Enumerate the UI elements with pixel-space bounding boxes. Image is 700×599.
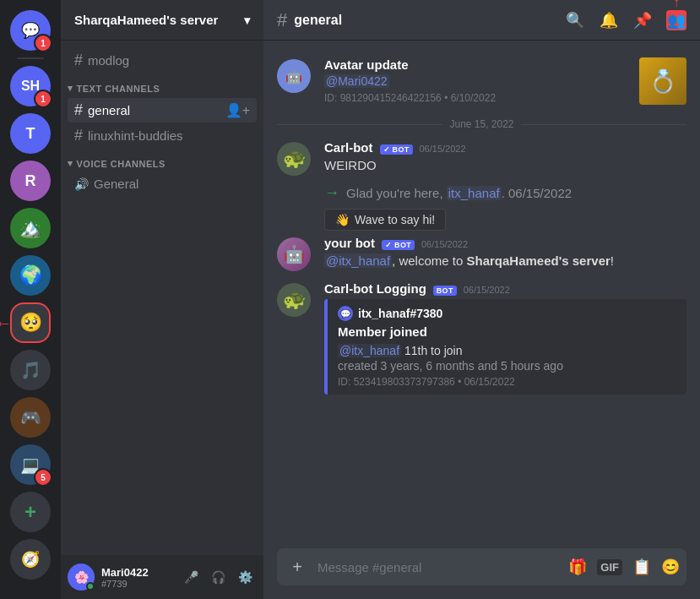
- msg-header-carlbot-logging: Carl-bot Logging BOT 06/15/2022: [324, 281, 686, 296]
- topbar-hash-icon: #: [277, 9, 287, 31]
- category-collapse-icon: ▾: [68, 83, 73, 94]
- msg-text-carlbot-1: WEIRDO: [324, 156, 686, 174]
- channel-item-general[interactable]: # general 👤+: [68, 98, 257, 123]
- mention-itx: itx_hanaf: [447, 186, 502, 200]
- server-icon-explore[interactable]: 🧭: [10, 539, 51, 580]
- embed-text2: created 3 years, 6 months and 5 hours ag…: [338, 359, 676, 373]
- channel-hash-icon: #: [74, 52, 83, 69]
- messages-area[interactable]: 🤖 Avatar update @Mari0422 ID: 9812904152…: [263, 41, 700, 548]
- msg-timestamp-yourbot: 06/15/2022: [421, 239, 468, 249]
- message-group-yourbot: 🤖 your bot ✓ BOT 06/15/2022 @itx_hanaf, …: [263, 232, 700, 275]
- msg-author-carlbot-1: Carl-bot: [324, 140, 373, 155]
- voice-category-collapse-icon: ▾: [68, 158, 73, 169]
- red-arrow: ←: [0, 313, 12, 333]
- server-icon-gaming[interactable]: 🎮: [10, 397, 51, 438]
- gift-icon[interactable]: 🎁: [568, 558, 587, 576]
- sticker-icon[interactable]: 📋: [632, 558, 651, 576]
- date-divider-june15: June 15, 2022: [263, 112, 700, 137]
- bot-badge-carlbot-1: ✓ BOT: [380, 144, 413, 155]
- msg-header-yourbot: your bot ✓ BOT 06/15/2022: [324, 236, 686, 250]
- mic-mute-button[interactable]: 🎤: [179, 565, 203, 589]
- user-avatar: 🌸: [68, 564, 95, 591]
- bold-server-name: SharqaHameed's server: [466, 253, 610, 268]
- embed-id: ID: 523419803373797386 • 06/15/2022: [338, 376, 676, 388]
- message-group-carlbot-1: 🐢 Carl-bot ✓ BOT 06/15/2022 WEIRDO: [263, 137, 700, 179]
- settings-button[interactable]: ⚙️: [233, 565, 257, 589]
- mention-itx-yourbot: @itx_hanaf: [324, 253, 392, 268]
- channel-item-linuxhint[interactable]: # linuxhint-buddies: [68, 123, 257, 148]
- category-text-channels[interactable]: ▾ TEXT CHANNELS: [61, 79, 263, 97]
- gif-icon[interactable]: GIF: [597, 559, 622, 575]
- server-header[interactable]: SharqaHameed's server ▾: [61, 0, 263, 41]
- channel-hash-icon-linuxhint: #: [74, 127, 83, 144]
- members-icon-button[interactable]: 👥: [666, 10, 686, 30]
- server-sidebar: 💬 SH T R 🏔️ 🌍 🥺 ← 🎵 🎮 💻 + 🧭: [0, 0, 61, 599]
- user-info: Mari0422 #7739: [101, 566, 172, 589]
- notifications-icon-button[interactable]: 🔔: [599, 10, 619, 30]
- system-text-glad: Glad you're here, itx_hanaf. 06/15/2022: [346, 186, 572, 200]
- avatar-carlbot-logging: 🐢: [277, 283, 311, 317]
- category-label-text: TEXT CHANNELS: [77, 84, 160, 94]
- server-name: SharqaHameed's server: [74, 13, 218, 27]
- voice-channel-name: General: [94, 177, 138, 191]
- add-attachment-button[interactable]: +: [284, 548, 311, 585]
- avatar-update-meta: ID: 981290415246422156 • 6/10/2022: [324, 92, 496, 104]
- server-icon-home[interactable]: 💬: [10, 10, 51, 51]
- deafen-button[interactable]: 🎧: [206, 565, 230, 589]
- bot-badge-yourbot: ✓ BOT: [382, 240, 415, 250]
- embed-header: 💬 itx_hanaf#7380: [338, 306, 676, 321]
- embed-body: @itx_hanaf 11th to join: [338, 344, 676, 357]
- msg-content-yourbot: your bot ✓ BOT 06/15/2022 @itx_hanaf, we…: [324, 236, 686, 271]
- wave-emoji: 👋: [335, 213, 350, 226]
- embed-text1: 11th to join: [404, 344, 463, 357]
- server-icon-music[interactable]: 🎵: [10, 350, 51, 390]
- user-tag: #7739: [101, 579, 172, 589]
- input-area: + 🎁 GIF 📋 😊: [263, 548, 700, 599]
- channel-name-general: general: [88, 103, 130, 117]
- server-icon-nature[interactable]: 🏔️: [10, 208, 51, 248]
- category-label-voice: VOICE CHANNELS: [77, 159, 166, 169]
- message-input[interactable]: [317, 548, 562, 585]
- msg-header-carlbot-1: Carl-bot ✓ BOT 06/15/2022: [324, 140, 686, 155]
- pin-icon-button[interactable]: 📌: [632, 10, 653, 30]
- voice-icon: 🔊: [74, 177, 89, 191]
- discord-logo: 💬: [21, 21, 40, 40]
- server-icon-t[interactable]: T: [10, 113, 51, 154]
- topbar: # general 🔍 🔔 📌 👥: [263, 0, 700, 41]
- carlbot-logging-embed: 💬 itx_hanaf#7380 Member joined @itx_hana…: [324, 299, 686, 395]
- category-voice-channels[interactable]: ▾ VOICE CHANNELS: [61, 155, 263, 172]
- embed-mention: @itx_hanaf: [338, 344, 401, 357]
- channel-item-voice-general[interactable]: 🔊 General: [68, 173, 257, 194]
- msg-text-yourbot: @itx_hanaf, welcome to SharqaHameed's se…: [324, 252, 686, 270]
- system-message-glad: → Glad you're here, itx_hanaf. 06/15/202…: [263, 182, 700, 232]
- msg-timestamp-carlbot-logging: 06/15/2022: [464, 285, 510, 295]
- emoji-icon[interactable]: 😊: [661, 558, 680, 576]
- msg-content-carlbot-logging: Carl-bot Logging BOT 06/15/2022 💬 itx_ha…: [324, 281, 686, 395]
- search-icon-button[interactable]: 🔍: [565, 10, 585, 30]
- avatar-yourbot: 🤖: [277, 237, 311, 271]
- server-icon-sharqa[interactable]: SH: [10, 66, 51, 106]
- add-user-button[interactable]: 👤+: [225, 102, 250, 118]
- avatar-update-mention: @Mari0422: [324, 74, 389, 88]
- server-icon-planet[interactable]: 🌍: [10, 255, 51, 296]
- server-divider: [17, 57, 44, 59]
- message-group-carlbot-logging: 🐢 Carl-bot Logging BOT 06/15/2022 💬 itx_…: [263, 278, 700, 398]
- channel-hash-icon-general: #: [74, 101, 83, 119]
- avatar-update-title: Avatar update: [324, 57, 496, 72]
- main-area: # general 🔍 🔔 📌 👥 🤖 Avatar update @Mari0…: [263, 0, 700, 599]
- server-icon-emoji[interactable]: 🥺 ←: [10, 302, 51, 343]
- channel-item-modlog[interactable]: # modlog: [68, 48, 257, 73]
- avatar-system: 🤖: [277, 59, 311, 93]
- user-avatar-emoji: 🌸: [74, 570, 89, 584]
- msg-timestamp-carlbot-1: 06/15/2022: [420, 144, 466, 154]
- server-icon-r[interactable]: R: [10, 161, 51, 201]
- channel-list: # modlog ▾ TEXT CHANNELS # general 👤+ # …: [61, 41, 263, 555]
- server-icon-computer[interactable]: 💻: [10, 444, 51, 485]
- server-icon-add[interactable]: +: [10, 492, 51, 532]
- avatar-carlbot-1: 🐢: [277, 142, 311, 176]
- avatar-update-content: Avatar update @Mari0422 ID: 981290415246…: [324, 57, 686, 105]
- channel-name-modlog: modlog: [88, 53, 129, 68]
- wave-say-hi-button[interactable]: 👋 Wave to say hi!: [324, 209, 446, 231]
- channel-name-linuxhint: linuxhint-buddies: [88, 128, 183, 143]
- user-controls: 🎤 🎧 ⚙️: [179, 565, 257, 589]
